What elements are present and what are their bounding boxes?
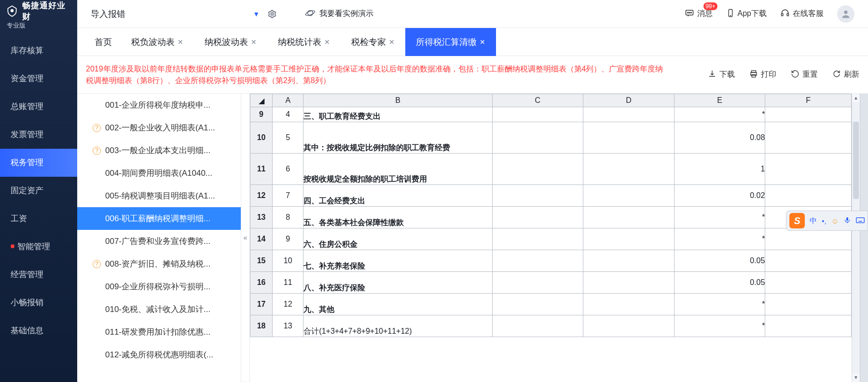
cell[interactable]: 三、职工教育经费支出 xyxy=(303,107,492,122)
cell[interactable]: 6 xyxy=(273,154,303,185)
cell[interactable]: 5 xyxy=(273,122,303,154)
nav-item[interactable]: 智能管理 xyxy=(0,233,77,261)
cell[interactable]: * xyxy=(674,107,765,122)
cell[interactable]: * xyxy=(674,294,765,315)
cell[interactable]: 7 xyxy=(273,185,303,207)
reset-button[interactable]: 重置 xyxy=(791,70,818,80)
demo-link[interactable]: 我要看实例演示 xyxy=(305,8,373,20)
list-item[interactable]: 010-免税、减计收入及加计... xyxy=(77,298,241,321)
cell[interactable] xyxy=(583,250,675,272)
nav-item[interactable]: 发票管理 xyxy=(0,121,77,149)
scroll-down-icon[interactable]: ▼ xyxy=(852,373,860,382)
ime-punct-icon[interactable]: •, xyxy=(822,217,826,225)
cell[interactable] xyxy=(765,228,852,250)
print-button[interactable]: 打印 xyxy=(749,70,776,80)
close-icon[interactable]: ✕ xyxy=(251,38,257,46)
cell[interactable]: 10 xyxy=(273,250,303,272)
ime-keyboard-icon[interactable] xyxy=(856,217,865,225)
row-header[interactable]: 11 xyxy=(250,154,273,185)
cell[interactable]: 其中：按税收规定比例扣除的职工教育经费 xyxy=(303,122,492,154)
cell[interactable]: 合计(1+3+4+7+8+9+10+11+12) xyxy=(303,315,492,337)
cell[interactable] xyxy=(583,272,675,294)
cell[interactable] xyxy=(583,185,675,207)
list-item[interactable]: 011-研发费用加计扣除优惠... xyxy=(77,321,241,343)
cell[interactable]: 0.02 xyxy=(674,185,765,207)
cell[interactable] xyxy=(583,122,675,154)
list-item[interactable]: 001-企业所得税年度纳税申... xyxy=(77,94,241,116)
cell[interactable]: * xyxy=(674,228,765,250)
corner-cell[interactable]: ◢ xyxy=(250,94,273,107)
list-item[interactable]: 009-企业所得税弥补亏损明... xyxy=(77,275,241,298)
cell[interactable] xyxy=(583,207,675,228)
col-header-C[interactable]: C xyxy=(492,94,583,107)
cell[interactable]: * xyxy=(674,207,765,228)
list-item[interactable]: 007-广告费和业务宣传费跨... xyxy=(77,230,241,253)
cell[interactable]: 八、补充医疗保险 xyxy=(303,272,492,294)
cell[interactable] xyxy=(765,294,852,315)
cell[interactable]: 六、住房公积金 xyxy=(303,228,492,250)
nav-item[interactable]: 小畅报销 xyxy=(0,289,77,317)
cell[interactable] xyxy=(492,294,583,315)
cell[interactable] xyxy=(492,228,583,250)
collapse-handle[interactable]: « xyxy=(241,94,250,382)
cell[interactable] xyxy=(492,272,583,294)
close-icon[interactable]: ✕ xyxy=(178,38,183,46)
col-header-A[interactable]: A xyxy=(273,94,303,107)
ime-mic-icon[interactable] xyxy=(843,216,851,226)
cell[interactable]: 0.08 xyxy=(674,122,765,154)
nav-item[interactable]: 基础信息 xyxy=(0,317,77,345)
tab[interactable]: 所得税汇算清缴✕ xyxy=(405,28,496,56)
support-button[interactable]: 在线客服 xyxy=(780,8,824,20)
list-item[interactable]: 006-职工薪酬纳税调整明细... xyxy=(77,207,241,230)
list-item[interactable]: ?002-一般企业收入明细表(A1... xyxy=(77,116,241,139)
ime-toolbar[interactable]: S 中 •, ☺ xyxy=(786,211,868,231)
row-header[interactable]: 14 xyxy=(250,228,273,250)
tab[interactable]: 首页 xyxy=(86,28,121,56)
nav-item[interactable]: 资金管理 xyxy=(0,65,77,93)
close-icon[interactable]: ✕ xyxy=(389,38,395,46)
tab[interactable]: 税检专家✕ xyxy=(341,28,405,56)
cell[interactable] xyxy=(583,315,675,337)
cell[interactable] xyxy=(492,207,583,228)
cell[interactable] xyxy=(765,272,852,294)
row-header[interactable]: 10 xyxy=(250,122,273,154)
refresh-button[interactable]: 刷新 xyxy=(832,70,859,80)
cell[interactable]: 13 xyxy=(273,315,303,337)
cell[interactable] xyxy=(492,107,583,122)
nav-item[interactable]: 工资 xyxy=(0,205,77,233)
cell[interactable]: 1 xyxy=(674,154,765,185)
col-header-E[interactable]: E xyxy=(674,94,765,107)
cell[interactable] xyxy=(492,154,583,185)
cell[interactable]: * xyxy=(674,315,765,337)
list-item[interactable]: ?008-资产折旧、摊销及纳税... xyxy=(77,253,241,275)
cell[interactable] xyxy=(765,250,852,272)
cell[interactable]: 12 xyxy=(273,294,303,315)
messages-button[interactable]: 消息 99+ xyxy=(685,8,713,20)
scroll-up-icon[interactable]: ▲ xyxy=(852,94,860,102)
tab[interactable]: 税负波动表✕ xyxy=(121,28,194,56)
cell[interactable] xyxy=(583,294,675,315)
app-download-button[interactable]: App下载 xyxy=(726,8,767,20)
cell[interactable] xyxy=(583,228,675,250)
ime-emoji-icon[interactable]: ☺ xyxy=(831,217,839,225)
cell[interactable]: 9 xyxy=(273,228,303,250)
vertical-scrollbar[interactable]: ▲ ▼ xyxy=(852,94,860,382)
gear-icon[interactable] xyxy=(265,7,279,21)
cell[interactable] xyxy=(492,315,583,337)
list-item[interactable]: ?003-一般企业成本支出明细... xyxy=(77,139,241,162)
row-header[interactable]: 17 xyxy=(250,294,273,315)
close-icon[interactable]: ✕ xyxy=(480,38,485,46)
nav-item[interactable]: 税务管理 xyxy=(0,149,77,177)
cell[interactable]: 0.05 xyxy=(674,250,765,272)
cell[interactable]: 五、各类基本社会保障性缴款 xyxy=(303,207,492,228)
search-input[interactable] xyxy=(91,5,250,23)
cell[interactable] xyxy=(492,185,583,207)
chevron-down-icon[interactable]: ▼ xyxy=(253,10,260,18)
row-header[interactable]: 9 xyxy=(250,107,273,122)
cell[interactable] xyxy=(765,154,852,185)
row-header[interactable]: 13 xyxy=(250,207,273,228)
row-header[interactable]: 15 xyxy=(250,250,273,272)
cell[interactable]: 4 xyxy=(273,107,303,122)
ime-mode[interactable]: 中 xyxy=(810,216,817,226)
cell[interactable] xyxy=(583,154,675,185)
